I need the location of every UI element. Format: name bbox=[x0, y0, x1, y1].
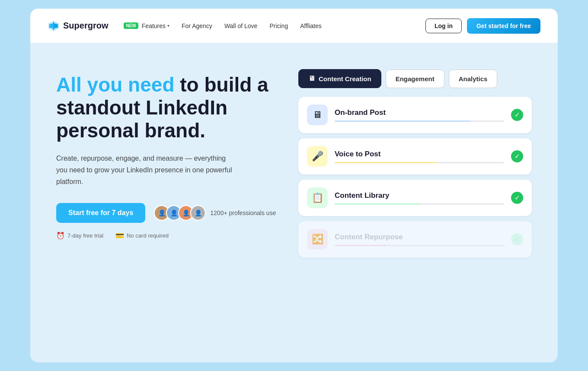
on-brand-post-icon-wrap: 🖥 bbox=[307, 105, 328, 125]
for-agency-link[interactable]: For Agency bbox=[182, 22, 212, 29]
login-button[interactable]: Log in bbox=[425, 19, 462, 33]
tab-analytics[interactable]: Analytics bbox=[449, 70, 498, 88]
hero-subtitle: Create, repurpose, engage, and measure —… bbox=[56, 152, 238, 188]
hero-cta-row: Start free for 7 days 👤 👤 👤 👤 1200+ prof… bbox=[56, 203, 281, 223]
feature-voice-to-post: 🎤 Voice to Post ✓ bbox=[298, 138, 532, 174]
engagement-tab-label: Engagement bbox=[396, 75, 435, 82]
tab-engagement[interactable]: Engagement bbox=[386, 70, 444, 88]
nav-right: Log in Get started for free bbox=[425, 18, 540, 34]
content-repurpose-icon: 🔀 bbox=[312, 234, 323, 245]
tabs-row: 🖥 Content Creation Engagement Analytics bbox=[298, 69, 532, 88]
trust-trial-text: 7-day free trial bbox=[67, 232, 103, 239]
card-icon: 💳 bbox=[115, 231, 124, 240]
feature-list: 🖥 On-brand Post ✓ 🎤 bbox=[298, 97, 532, 257]
feature-content-library: 📋 Content Library ✓ bbox=[298, 180, 532, 216]
voice-to-post-icon-wrap: 🎤 bbox=[307, 146, 328, 167]
tab-content-creation[interactable]: 🖥 Content Creation bbox=[298, 69, 381, 88]
on-brand-post-progress bbox=[335, 120, 504, 122]
navbar: Supergrow NEW Features ▾ For Agency Wall… bbox=[30, 9, 558, 43]
logo[interactable]: Supergrow bbox=[48, 20, 108, 32]
nav-links: NEW Features ▾ For Agency Wall of Love P… bbox=[124, 22, 321, 29]
svg-marker-2 bbox=[49, 23, 54, 29]
voice-to-post-label: Voice to Post bbox=[335, 150, 504, 159]
on-brand-post-check: ✓ bbox=[511, 109, 523, 121]
new-badge: NEW bbox=[124, 22, 138, 29]
chevron-down-icon: ▾ bbox=[167, 23, 169, 28]
hero-left: All you need to build a standout LinkedI… bbox=[56, 69, 281, 240]
nav-left: Supergrow NEW Features ▾ For Agency Wall… bbox=[48, 20, 322, 32]
content-library-check: ✓ bbox=[511, 192, 523, 204]
content-repurpose-label: Content Repurpose bbox=[335, 233, 504, 241]
wall-of-love-link[interactable]: Wall of Love bbox=[224, 22, 258, 29]
clock-icon: ⏰ bbox=[56, 231, 65, 240]
features-label: Features bbox=[142, 22, 166, 29]
logo-text: Supergrow bbox=[63, 21, 108, 31]
logo-icon bbox=[48, 20, 60, 32]
trust-row: ⏰ 7-day free trial 💳 No card required bbox=[56, 231, 281, 240]
content-library-progress bbox=[335, 203, 504, 205]
content-creation-tab-icon: 🖥 bbox=[308, 75, 315, 82]
content-library-icon-wrap: 📋 bbox=[307, 187, 328, 208]
social-proof-text: 1200+ professionals use bbox=[210, 209, 276, 216]
features-link[interactable]: NEW Features ▾ bbox=[124, 22, 169, 29]
content-library-inner: Content Library bbox=[335, 191, 504, 205]
start-free-button[interactable]: Start free for 7 days bbox=[56, 203, 145, 223]
content-repurpose-check: ✓ bbox=[511, 233, 523, 245]
feature-on-brand-post: 🖥 On-brand Post ✓ bbox=[298, 97, 532, 133]
content-repurpose-progress bbox=[335, 245, 504, 246]
affiliates-link[interactable]: Affliates bbox=[300, 22, 322, 29]
voice-to-post-check: ✓ bbox=[511, 150, 523, 162]
avatar-4: 👤 bbox=[190, 205, 206, 221]
svg-marker-3 bbox=[54, 23, 58, 29]
social-proof: 👤 👤 👤 👤 1200+ professionals use bbox=[154, 205, 276, 221]
hero-title-accent: All you need bbox=[56, 73, 174, 96]
trust-item-card: 💳 No card required bbox=[115, 231, 169, 240]
content-repurpose-icon-wrap: 🔀 bbox=[307, 229, 328, 250]
feature-content-repurpose: 🔀 Content Repurpose ✓ bbox=[298, 221, 532, 257]
on-brand-post-label: On-brand Post bbox=[335, 108, 504, 117]
hero-right: 🖥 Content Creation Engagement Analytics … bbox=[298, 69, 532, 257]
content-repurpose-inner: Content Repurpose bbox=[335, 233, 504, 246]
content-library-label: Content Library bbox=[335, 191, 504, 200]
analytics-tab-label: Analytics bbox=[459, 75, 488, 82]
voice-to-post-progress bbox=[335, 162, 504, 163]
content-creation-tab-label: Content Creation bbox=[319, 75, 371, 82]
avatars: 👤 👤 👤 👤 bbox=[154, 205, 206, 221]
pricing-link[interactable]: Pricing bbox=[269, 22, 288, 29]
trust-card-text: No card required bbox=[127, 232, 169, 239]
voice-to-post-inner: Voice to Post bbox=[335, 150, 504, 163]
on-brand-post-icon: 🖥 bbox=[313, 109, 322, 120]
hero-title: All you need to build a standout LinkedI… bbox=[56, 73, 281, 142]
content-library-icon: 📋 bbox=[312, 192, 323, 203]
hero-section: All you need to build a standout LinkedI… bbox=[30, 43, 558, 362]
on-brand-post-inner: On-brand Post bbox=[335, 108, 504, 122]
voice-to-post-icon: 🎤 bbox=[312, 151, 323, 162]
get-started-button[interactable]: Get started for free bbox=[467, 18, 540, 34]
trust-item-trial: ⏰ 7-day free trial bbox=[56, 231, 103, 240]
